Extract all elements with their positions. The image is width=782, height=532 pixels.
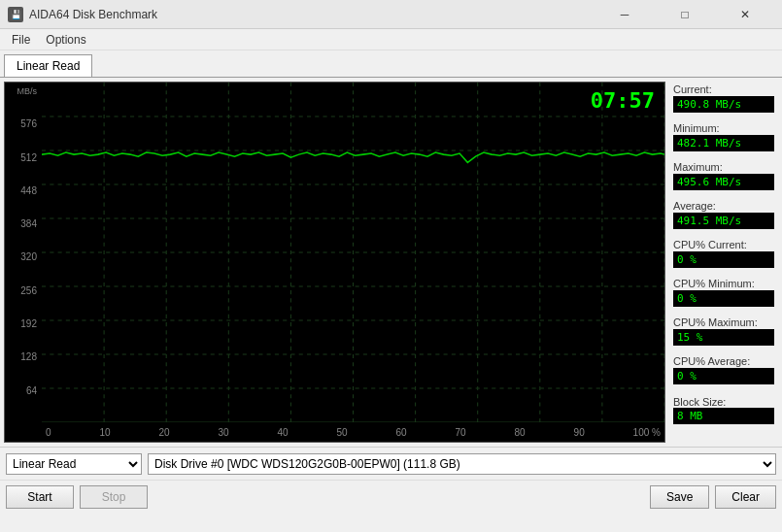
- bottom-bar-2: Start Stop Save Clear: [0, 480, 782, 513]
- tab-bar: Linear Read: [0, 50, 782, 78]
- x-label-80: 80: [515, 427, 526, 438]
- minimum-label: Minimum:: [673, 122, 774, 134]
- start-button[interactable]: Start: [6, 485, 74, 509]
- x-label-100: 100 %: [633, 427, 661, 438]
- x-label-0: 0: [46, 427, 51, 438]
- test-type-select[interactable]: Linear Read: [6, 453, 142, 475]
- x-label-20: 20: [158, 427, 169, 438]
- cpu-minimum-stat: CPU% Minimum: 0 %: [673, 278, 774, 311]
- menu-file[interactable]: File: [4, 31, 38, 49]
- y-unit-label: MB/s: [7, 86, 40, 96]
- cpu-current-value: 0 %: [673, 251, 774, 268]
- block-size-label: Block Size:: [673, 396, 774, 408]
- timer-display: 07:57: [591, 88, 655, 113]
- y-label-128: 128: [7, 351, 40, 362]
- maximum-label: Maximum:: [673, 161, 774, 173]
- save-button[interactable]: Save: [650, 485, 709, 509]
- cpu-maximum-stat: CPU% Maximum: 15 %: [673, 316, 774, 349]
- average-stat: Average: 491.5 MB/s: [673, 200, 774, 233]
- maximize-button[interactable]: □: [656, 5, 714, 24]
- x-label-60: 60: [396, 427, 407, 438]
- minimum-stat: Minimum: 482.1 MB/s: [673, 122, 774, 155]
- cpu-current-label: CPU% Current:: [673, 239, 774, 250]
- cpu-maximum-label: CPU% Maximum:: [673, 316, 774, 328]
- stop-button[interactable]: Stop: [80, 485, 148, 509]
- cpu-average-value: 0 %: [673, 368, 774, 384]
- x-label-70: 70: [456, 427, 466, 438]
- y-label-320: 320: [7, 251, 40, 262]
- clear-button[interactable]: Clear: [715, 485, 776, 509]
- current-stat: Current: 490.8 MB/s: [673, 83, 774, 116]
- minimum-value: 482.1 MB/s: [673, 135, 774, 151]
- x-label-10: 10: [99, 427, 110, 438]
- tab-linear-read[interactable]: Linear Read: [4, 54, 92, 77]
- y-label-448: 448: [7, 185, 40, 196]
- chart-inner: [42, 83, 664, 422]
- maximum-stat: Maximum: 495.6 MB/s: [673, 161, 774, 194]
- title-bar: 💾 AIDA64 Disk Benchmark ─ □ ✕: [0, 0, 782, 29]
- y-axis: MB/s 576 512 448 384 320 256 192 128 64: [5, 83, 42, 422]
- close-button[interactable]: ✕: [716, 5, 774, 24]
- current-label: Current:: [673, 83, 774, 95]
- current-value: 490.8 MB/s: [673, 96, 774, 113]
- chart-container: MB/s 576 512 448 384 320 256 192 128 64: [4, 82, 665, 443]
- x-label-90: 90: [574, 427, 585, 438]
- main-area: MB/s 576 512 448 384 320 256 192 128 64: [0, 78, 782, 447]
- x-label-40: 40: [278, 427, 289, 438]
- y-label-512: 512: [7, 152, 40, 163]
- block-size-value: 8 MB: [673, 408, 774, 424]
- y-label-64: 64: [7, 385, 40, 396]
- average-value: 491.5 MB/s: [673, 213, 774, 229]
- stats-sidebar: Current: 490.8 MB/s Minimum: 482.1 MB/s …: [665, 78, 782, 447]
- drive-select[interactable]: Disk Drive #0 [WDC WDS120G2G0B-00EPW0] (…: [148, 453, 776, 475]
- menu-bar: File Options: [0, 29, 782, 50]
- block-size-stat: Block Size: 8 MB: [673, 394, 774, 424]
- app-icon: 💾: [8, 7, 23, 22]
- y-label-384: 384: [7, 218, 40, 229]
- x-axis: 0 10 20 30 40 50 60 70 80 90 100 %: [42, 422, 664, 442]
- menu-options[interactable]: Options: [38, 31, 93, 49]
- cpu-minimum-value: 0 %: [673, 290, 774, 307]
- x-label-30: 30: [218, 427, 228, 438]
- window-controls: ─ □ ✕: [595, 5, 774, 24]
- y-label-576: 576: [7, 118, 40, 129]
- y-label-256: 256: [7, 285, 40, 296]
- bottom-bar-1: Linear Read Disk Drive #0 [WDC WDS120G2G…: [0, 447, 782, 480]
- chart-svg: [42, 83, 664, 422]
- window-title: AIDA64 Disk Benchmark: [29, 8, 157, 21]
- x-label-50: 50: [337, 427, 348, 438]
- cpu-current-stat: CPU% Current: 0 %: [673, 239, 774, 272]
- cpu-minimum-label: CPU% Minimum:: [673, 278, 774, 289]
- y-label-192: 192: [7, 318, 40, 329]
- cpu-average-stat: CPU% Average: 0 %: [673, 355, 774, 388]
- cpu-average-label: CPU% Average:: [673, 355, 774, 367]
- average-label: Average:: [673, 200, 774, 212]
- minimize-button[interactable]: ─: [595, 5, 654, 24]
- maximum-value: 495.6 MB/s: [673, 174, 774, 190]
- cpu-maximum-value: 15 %: [673, 329, 774, 346]
